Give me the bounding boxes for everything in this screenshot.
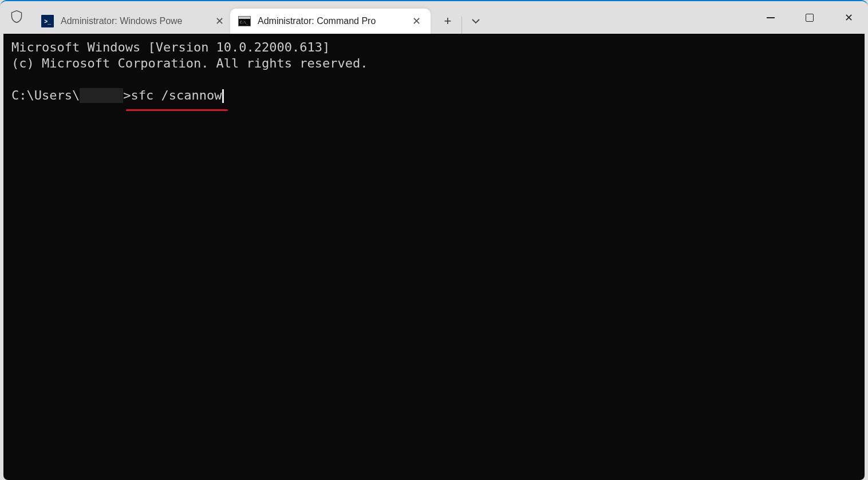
divider bbox=[461, 17, 462, 34]
text-cursor bbox=[222, 89, 224, 103]
tab-command-prompt[interactable]: Administrator: Command Pro ✕ bbox=[230, 9, 431, 34]
terminal-content[interactable]: Microsoft Windows [Version 10.0.22000.61… bbox=[3, 34, 865, 480]
shield-icon bbox=[7, 10, 33, 26]
chevron-down-icon bbox=[472, 18, 480, 24]
maximize-button[interactable] bbox=[790, 1, 829, 34]
terminal-prompt-line: C:\Users\>sfc /scannow bbox=[11, 88, 857, 104]
new-tab-button[interactable]: + bbox=[435, 9, 460, 34]
close-icon[interactable]: ✕ bbox=[410, 15, 423, 27]
window-controls: ✕ bbox=[751, 1, 868, 34]
terminal-output-line: (c) Microsoft Corporation. All rights re… bbox=[11, 55, 857, 72]
close-button[interactable]: ✕ bbox=[829, 1, 868, 34]
tabs-container: Administrator: Windows Powe ✕ Administra… bbox=[33, 1, 751, 34]
titlebar: Administrator: Windows Powe ✕ Administra… bbox=[0, 1, 868, 34]
typed-command: sfc /scannow bbox=[131, 88, 222, 104]
tab-title: Administrator: Windows Powe bbox=[61, 16, 206, 26]
annotation-underline bbox=[126, 109, 228, 111]
terminal-output-line: Microsoft Windows [Version 10.0.22000.61… bbox=[11, 39, 857, 55]
powershell-icon bbox=[41, 15, 54, 27]
tab-powershell[interactable]: Administrator: Windows Powe ✕ bbox=[33, 9, 234, 34]
close-icon[interactable]: ✕ bbox=[213, 15, 226, 27]
prompt-path-prefix: C:\Users\ bbox=[11, 88, 80, 104]
cmd-icon bbox=[238, 16, 251, 26]
redacted-username bbox=[80, 88, 123, 103]
minimize-button[interactable] bbox=[751, 1, 790, 34]
tab-title: Administrator: Command Pro bbox=[258, 16, 403, 26]
tab-dropdown-button[interactable] bbox=[463, 9, 488, 34]
prompt-suffix: > bbox=[123, 88, 131, 104]
